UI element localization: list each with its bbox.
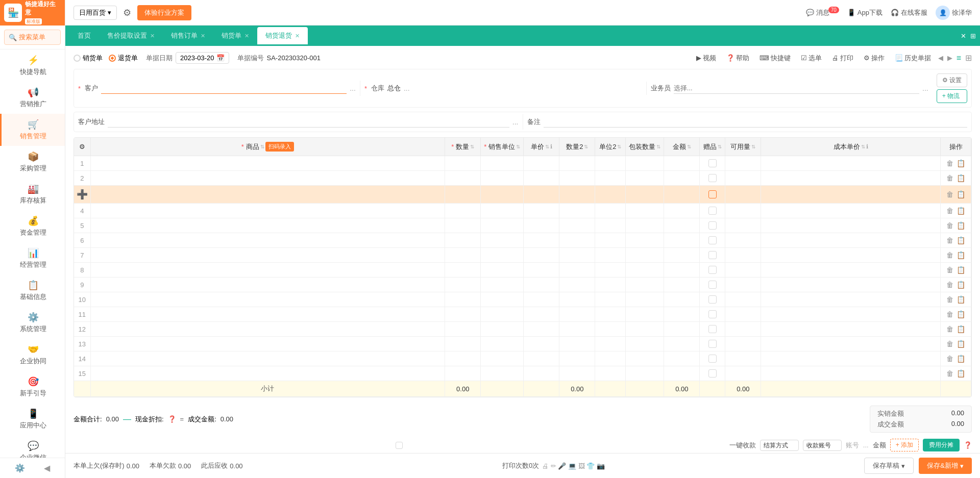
list-view-icon[interactable]: ≡ (957, 54, 961, 63)
sort-arrows-pack[interactable]: ⇅ (656, 144, 660, 149)
gift-checkbox[interactable] (708, 281, 717, 289)
delete-icon[interactable]: 🗑 (946, 369, 953, 378)
delete-icon[interactable]: 🗑 (946, 207, 953, 215)
settings-footer-icon[interactable]: ⚙️ (15, 463, 25, 473)
save-draft-button[interactable]: 保存草稿 ▾ (864, 458, 914, 474)
message-button[interactable]: 💬 消息 70 (806, 8, 839, 17)
unit-price-cell[interactable] (524, 186, 559, 204)
copy-icon[interactable]: 📋 (957, 207, 965, 215)
select-btn[interactable]: ☑ 选单 (798, 53, 825, 64)
copy-icon[interactable]: 📋 (957, 266, 965, 274)
date-input[interactable]: 2023-03-20 📅 (176, 52, 229, 64)
add-payment-button[interactable]: + 添加 (890, 439, 919, 451)
sort-arrows-qty[interactable]: ⇅ (470, 144, 474, 149)
copy-icon[interactable]: 📋 (957, 325, 965, 333)
sidebar-item-apps[interactable]: 📱 应用中心 (0, 403, 65, 435)
sort-arrows-amount[interactable]: ⇅ (687, 144, 691, 149)
staff-input[interactable] (674, 83, 919, 94)
maximize-icon[interactable]: ⊞ (970, 32, 976, 40)
copy-icon[interactable]: 📋 (957, 295, 965, 304)
sidebar-item-wechat[interactable]: 💬 企业微信 (0, 435, 65, 458)
quantity-cell[interactable] (445, 186, 481, 204)
print-btn[interactable]: 🖨 打印 (829, 53, 856, 64)
gift-checkbox[interactable] (708, 159, 717, 167)
cost-price-cell[interactable] (761, 156, 941, 171)
gift-cell[interactable] (700, 171, 725, 186)
expense-question-icon[interactable]: ❓ (964, 441, 972, 449)
address-input[interactable] (108, 116, 509, 128)
product-cell[interactable] (90, 171, 445, 186)
payment-method-select[interactable]: 结算方式 (760, 440, 799, 451)
delete-icon[interactable]: 🗑 (946, 340, 953, 348)
sort-arrows-cost[interactable]: ⇅ (861, 144, 865, 149)
sales-unit-cell[interactable] (481, 171, 524, 186)
delete-icon[interactable]: 🗑 (946, 310, 953, 318)
remark-input[interactable] (544, 116, 968, 128)
copy-icon[interactable]: 📋 (957, 221, 965, 230)
tab-close-icon[interactable]: ✕ (201, 33, 205, 39)
gift-checkbox[interactable] (708, 295, 717, 304)
copy-row-icon[interactable]: 📋 (957, 174, 965, 182)
quantity2-cell[interactable] (559, 171, 595, 186)
sidebar-item-business[interactable]: 📊 经营管理 (0, 242, 65, 274)
question-icon[interactable]: ❓ (168, 415, 176, 423)
gift-checkbox[interactable] (708, 310, 717, 318)
sort-arrows-qty2[interactable]: ⇅ (584, 144, 588, 149)
available-cell[interactable] (725, 186, 761, 204)
quantity-cell[interactable] (445, 171, 481, 186)
sidebar-item-system[interactable]: ⚙️ 系统管理 (0, 307, 65, 339)
next-record-icon[interactable]: ▶ (947, 54, 952, 62)
address-dots-icon[interactable]: ... (512, 118, 519, 126)
pack-qty-cell[interactable] (626, 186, 664, 204)
gift-checkbox[interactable] (708, 355, 717, 363)
logistics-button[interactable]: + 物流 (937, 89, 967, 103)
quantity-cell[interactable] (445, 156, 481, 171)
operate-btn[interactable]: ⚙ 操作 (861, 53, 888, 64)
sort-arrows-price[interactable]: ⇅ (545, 144, 549, 149)
unit2-cell[interactable] (595, 156, 626, 171)
gift-cell[interactable] (700, 186, 725, 204)
pack-qty-cell[interactable] (626, 156, 664, 171)
gift-checkbox[interactable] (708, 340, 717, 348)
sort-arrows-unit2[interactable]: ⇅ (617, 144, 621, 149)
amount-cell[interactable] (664, 156, 700, 171)
sidebar-item-finance[interactable]: 💰 资金管理 (0, 210, 65, 242)
product-cell[interactable] (90, 156, 445, 171)
radio-return[interactable]: 退货单 (109, 54, 138, 63)
copy-icon[interactable]: 📋 (957, 355, 965, 363)
gift-checkbox[interactable] (708, 369, 717, 378)
sort-arrows-unit[interactable]: ⇅ (516, 144, 520, 149)
available-cell[interactable] (725, 156, 761, 171)
available-cell[interactable] (725, 171, 761, 186)
tab-close-icon[interactable]: ✕ (244, 33, 249, 39)
copy-row-icon[interactable]: 📋 (957, 190, 965, 198)
grid-view-icon[interactable]: ⊞ (965, 53, 972, 63)
warehouse-dots-icon[interactable]: ... (404, 84, 410, 92)
delete-row-icon[interactable]: 🗑 (946, 190, 953, 198)
col-settings[interactable]: ⚙ (74, 138, 90, 156)
sort-arrows-gift[interactable]: ⇅ (718, 144, 722, 149)
prev-record-icon[interactable]: ◀ (938, 54, 943, 62)
scan-input-btn[interactable]: 扫码录入 (265, 142, 294, 152)
delete-row-icon[interactable]: 🗑 (946, 174, 953, 182)
customer-dots-icon[interactable]: ... (350, 84, 356, 92)
account-select[interactable]: 收款账号 (803, 440, 842, 451)
add-row-btn-cell[interactable]: ➕ (74, 186, 90, 204)
sidebar-item-shortcuts[interactable]: ⚡ 快捷导航 (0, 49, 65, 82)
sidebar-item-purchase[interactable]: 📦 采购管理 (0, 146, 65, 178)
delete-icon[interactable]: 🗑 (946, 281, 953, 289)
delete-icon[interactable]: 🗑 (946, 355, 953, 363)
delete-icon[interactable]: 🗑 (946, 251, 953, 259)
delete-icon[interactable]: 🗑 (946, 221, 953, 230)
tab-home[interactable]: 首页 (69, 27, 99, 44)
copy-icon[interactable]: 📋 (957, 369, 965, 378)
sidebar-item-enterprise[interactable]: 🤝 企业协同 (0, 339, 65, 371)
delete-icon[interactable]: 🗑 (946, 325, 953, 333)
gift-cell[interactable] (700, 156, 725, 171)
unit2-cell[interactable] (595, 186, 626, 204)
customer-input[interactable] (101, 83, 347, 94)
delete-icon[interactable]: 🗑 (946, 295, 953, 304)
experience-button[interactable]: 体验行业方案 (137, 5, 191, 20)
staff-dots-icon[interactable]: ... (922, 84, 928, 92)
user-menu[interactable]: 👤 徐泽华 (936, 6, 972, 20)
